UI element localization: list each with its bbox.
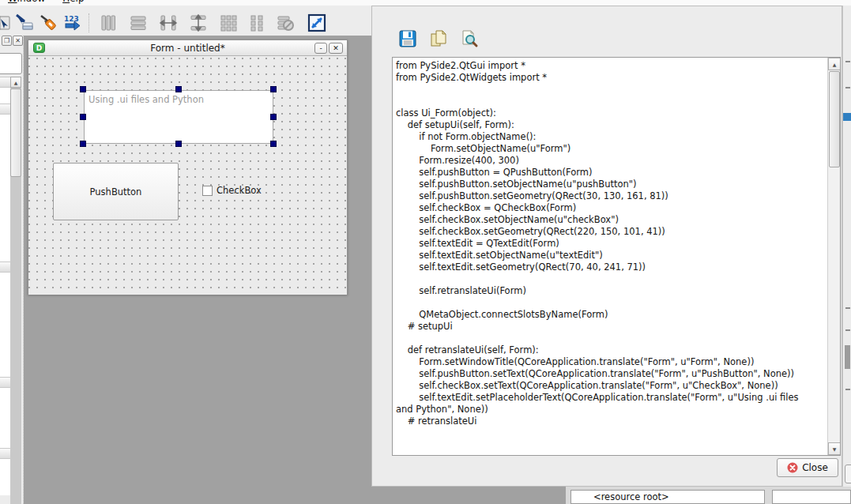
button-fragment	[845, 465, 851, 483]
code-line: self.textEdit = QTextEdit(Form)	[396, 238, 824, 250]
textedit-placeholder: Using .ui files and Python	[88, 94, 204, 105]
layout-grid-icon[interactable]	[217, 11, 240, 35]
adjust-size-icon[interactable]	[305, 11, 329, 35]
code-line: if not Form.objectName():	[396, 131, 824, 143]
selected-row-fragment	[843, 113, 851, 121]
layout-form-icon[interactable]	[245, 11, 269, 35]
textedit-widget[interactable]: Using .ui files and Python	[84, 90, 273, 144]
resize-handle-s[interactable]	[175, 141, 182, 147]
resize-handle-ne[interactable]	[270, 86, 277, 92]
save-icon[interactable]	[396, 27, 420, 51]
close-button[interactable]: ✕	[329, 43, 343, 54]
scroll-up-icon[interactable]: ▲	[828, 58, 841, 70]
copy-icon[interactable]	[427, 27, 450, 51]
code-line: Form.setWindowTitle(QCoreApplication.tra…	[396, 356, 824, 368]
widget-category[interactable]	[0, 261, 10, 273]
form-editor-window: D Form - untitled* - ✕ Using .ui files a…	[28, 39, 348, 295]
background-window-strip	[842, 6, 851, 487]
close-button-label: Close	[802, 462, 828, 473]
checkbox-widget[interactable]: CheckBox	[202, 184, 262, 197]
checkbox-indicator[interactable]	[202, 186, 213, 196]
widget-category[interactable]	[0, 103, 10, 115]
resize-handle-nw[interactable]	[80, 86, 86, 92]
form-canvas[interactable]: Using .ui files and Python PushButton Ch…	[28, 57, 347, 295]
checkbox-label: CheckBox	[217, 185, 262, 196]
scrollbar-thumb-fragment	[845, 345, 850, 369]
code-line	[396, 84, 824, 96]
scroll-up-icon[interactable]: ▲	[10, 77, 21, 88]
scrollbar-thumb[interactable]	[10, 88, 21, 177]
code-line	[396, 333, 824, 344]
edit-buddies-icon[interactable]	[36, 11, 60, 35]
code-line: self.textEdit.setObjectName(u"textEdit")	[396, 250, 824, 261]
code-line: class Ui_Form(object):	[396, 107, 824, 119]
code-line: self.textEdit.setGeometry(QRect(70, 40, …	[396, 261, 824, 273]
scroll-down-icon[interactable]: ▼	[828, 442, 841, 455]
edit-tab-order-icon[interactable]: 123	[60, 11, 84, 35]
resize-handle-sw[interactable]	[80, 141, 86, 147]
tree-branch-mark	[845, 329, 850, 331]
widget-category[interactable]	[0, 448, 10, 459]
resize-handle-se[interactable]	[270, 141, 277, 147]
code-line	[396, 96, 824, 107]
edit-signals-slots-icon[interactable]	[13, 11, 36, 35]
widget-filter-input[interactable]	[0, 53, 22, 74]
dock-float-icon[interactable]: ❐	[2, 36, 12, 46]
code-text: from PySide2.QtGui import *from PySide2.…	[396, 60, 824, 427]
code-line: from PySide2.QtGui import *	[396, 60, 824, 72]
mdi-background-bottom	[371, 487, 566, 504]
layout-vertical-splitter-icon[interactable]	[186, 11, 210, 35]
code-line: # setupUi	[396, 321, 824, 333]
form-window-title: Form - untitled*	[28, 43, 347, 54]
break-layout-icon[interactable]	[273, 11, 297, 35]
code-line	[396, 273, 824, 285]
widget-category[interactable]	[0, 377, 10, 388]
code-line: self.checkBox.setText(QCoreApplication.t…	[396, 380, 824, 392]
code-line: self.retranslateUi(Form)	[396, 285, 824, 297]
edit-widgets-icon[interactable]	[0, 11, 13, 35]
tree-branch-mark	[845, 307, 850, 309]
dock-close-icon[interactable]: ✕	[13, 36, 23, 46]
widget-box-dock: ❐ ✕ ▲	[0, 36, 24, 504]
code-line: def retranslateUi(self, Form):	[396, 344, 824, 356]
tree-branch-mark	[845, 87, 850, 88]
resize-handle-w[interactable]	[80, 114, 86, 120]
layout-horizontal-splitter-icon[interactable]	[156, 11, 180, 35]
menu-help[interactable]: Help	[62, 0, 84, 4]
code-line: self.pushButton.setText(QCoreApplication…	[396, 368, 824, 380]
layout-horizontally-icon[interactable]	[96, 11, 120, 35]
resize-handle-n[interactable]	[175, 86, 182, 92]
widget-list[interactable]	[0, 77, 10, 495]
code-preview-dialog: from PySide2.QtGui import *from PySide2.…	[371, 6, 842, 487]
code-line: self.checkBox.setObjectName(u"checkBox")	[396, 214, 824, 226]
resize-handle-e[interactable]	[270, 114, 277, 120]
code-scrollbar[interactable]: ▲ ▼	[827, 58, 840, 455]
minimize-button[interactable]: -	[314, 43, 327, 54]
code-line: QMetaObject.connectSlotsByName(Form)	[396, 309, 824, 321]
close-dialog-button[interactable]: Close	[777, 458, 838, 477]
code-line: and Python", None))	[396, 404, 824, 416]
menu-bar: Window Help	[0, 0, 851, 6]
tree-branch-mark	[845, 389, 850, 390]
svg-text:123: 123	[64, 15, 79, 23]
generated-code-view[interactable]: from PySide2.QtGui import *from PySide2.…	[392, 57, 841, 456]
layout-vertically-icon[interactable]	[126, 11, 150, 35]
toolbar-separator	[88, 13, 93, 32]
code-line: self.pushButton.setObjectName(u"pushButt…	[396, 179, 824, 190]
code-line: self.pushButton = QPushButton(Form)	[396, 167, 824, 179]
code-line: self.textEdit.setPlaceholderText(QCoreAp…	[396, 392, 824, 404]
menu-window[interactable]: Window	[8, 0, 45, 4]
form-titlebar[interactable]: D Form - untitled* - ✕	[28, 40, 347, 56]
code-line: def setupUi(self, Form):	[396, 119, 824, 131]
scrollbar-thumb[interactable]	[829, 71, 840, 167]
close-circle-icon	[787, 462, 798, 473]
resource-root-item[interactable]: <resource root>	[570, 490, 765, 504]
pushbutton-widget[interactable]: PushButton	[53, 163, 179, 220]
qt-designer-screen: Window Help 123	[0, 0, 851, 504]
code-line: from PySide2.QtWidgets import *	[396, 72, 824, 84]
find-icon[interactable]	[458, 27, 481, 51]
code-line: # retranslateUi	[396, 416, 824, 427]
widget-box-scrollbar[interactable]: ▲	[10, 77, 21, 504]
widget-category[interactable]	[0, 77, 10, 88]
code-line: self.checkBox = QCheckBox(Form)	[396, 202, 824, 214]
